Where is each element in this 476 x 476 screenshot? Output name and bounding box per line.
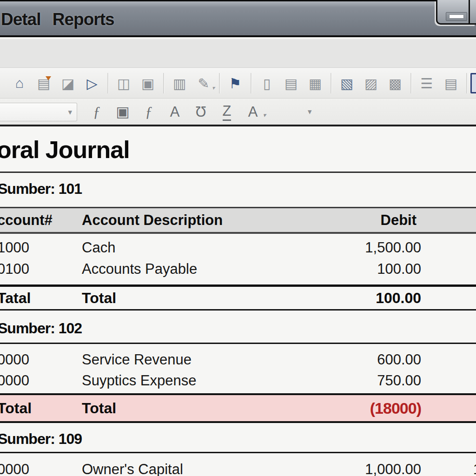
- debit-amount: 750.00: [377, 372, 421, 389]
- account-description: Cach: [82, 239, 115, 256]
- total-debit-amount-negative: (18000): [370, 399, 421, 417]
- script-f-icon[interactable]: ƒ: [84, 102, 110, 122]
- table-row: 0000 Owner's Capital 1,000.00 1: [0, 458, 476, 476]
- merge-report-icon[interactable]: ▩: [383, 73, 407, 94]
- export-icon[interactable]: ◪: [56, 73, 80, 94]
- total-label: Total: [82, 290, 116, 307]
- table-row: 0000 Service Revenue 600.00: [0, 349, 476, 370]
- toolbar-separator: [331, 73, 331, 93]
- image-page-icon[interactable]: ▧: [335, 73, 359, 94]
- grid-window-icon[interactable]: ▦: [303, 73, 327, 94]
- format-icon-group: ƒ ▣ ƒ A Ʊ Z A ▾: [84, 102, 266, 122]
- divider: [0, 343, 476, 344]
- print-icon[interactable]: ▤: [32, 73, 56, 94]
- case-icon[interactable]: Ʊ: [188, 102, 214, 122]
- toolbar-separator: [219, 73, 220, 93]
- account-number: 0000: [0, 351, 29, 368]
- toolbar-separator: [410, 73, 411, 93]
- journal-number-label: Sumber: 109: [0, 430, 82, 448]
- total-label: Total: [0, 400, 32, 417]
- toolbar-separator: [251, 73, 251, 93]
- minimize-button[interactable]: [446, 12, 467, 21]
- total-label: Total: [82, 400, 116, 417]
- account-number: 0000: [0, 461, 29, 476]
- table-row: 0000 Suyptics Expense 750.00: [0, 370, 476, 391]
- debit-amount: 1,500.00: [365, 239, 421, 256]
- window-controls-divider: [469, 0, 470, 23]
- total-row-negative: Total Total (18000): [0, 393, 476, 423]
- main-toolbar: ⌂ ▤ ◪ ▷ ◫ ▣ ▥ ✎ ▾ ⚑ ▯ ▤ ▦ ▧ ▨ ▩ ☰: [0, 68, 476, 99]
- underline-icon[interactable]: Z: [214, 102, 240, 122]
- journal-number-label: Sumber: 102: [0, 320, 82, 337]
- col-header-account: ccount#: [0, 212, 53, 229]
- picture-icon[interactable]: ▦: [470, 73, 476, 93]
- journal-number-label: Sumber: 101: [0, 180, 82, 198]
- function-icon[interactable]: ƒ: [136, 102, 162, 122]
- debit-amount: 1,000.00: [365, 461, 421, 476]
- run-report-icon[interactable]: ▷: [80, 73, 104, 94]
- table-header-row: ccount# Account Description Debit: [0, 207, 476, 234]
- printer-setup-icon[interactable]: ▥: [167, 73, 192, 94]
- new-page-icon[interactable]: ▯: [255, 73, 279, 94]
- account-number: 0100: [0, 261, 29, 278]
- menu-bar: [0, 39, 476, 68]
- table-row: 1000 Cach 1,500.00: [0, 237, 476, 258]
- total-label: Tatal: [0, 290, 31, 307]
- col-header-debit: Debit: [381, 212, 417, 229]
- window-titlebar: Detal Reports: [0, 0, 476, 37]
- chevron-down-icon[interactable]: ▾: [308, 107, 312, 117]
- list-icon[interactable]: ☰: [415, 73, 439, 94]
- font-color-icon[interactable]: A ▾: [240, 102, 266, 122]
- window-title: Detal Reports: [1, 10, 114, 29]
- format-toolbar: ▾ ƒ ▣ ƒ A Ʊ Z A ▾ ▾: [0, 99, 476, 126]
- copy-page-icon[interactable]: ▤: [279, 73, 303, 94]
- account-description: Service Revenue: [82, 351, 192, 368]
- package-icon[interactable]: ▣: [136, 73, 160, 94]
- toolbar-separator: [163, 73, 164, 93]
- window-controls: [436, 0, 476, 25]
- toolbar-separator: [466, 73, 467, 93]
- debit-amount: 600.00: [377, 351, 421, 368]
- report-canvas: oral Journal Sumber: 101 ccount# Account…: [0, 128, 476, 476]
- home-icon[interactable]: ⌂: [7, 73, 32, 94]
- toolbar-separator: [107, 73, 108, 93]
- table-row: 0100 Accounts Payable 100.00: [0, 258, 476, 280]
- chevron-down-icon[interactable]: ▾: [68, 107, 72, 117]
- debit-amount: 100.00: [377, 261, 421, 278]
- flag-icon[interactable]: ⚑: [223, 73, 247, 94]
- paste-format-icon[interactable]: ▣: [110, 102, 136, 122]
- account-number: 1000: [0, 239, 29, 256]
- account-description: Accounts Payable: [82, 261, 197, 278]
- font-icon[interactable]: A: [162, 102, 188, 122]
- sign-icon[interactable]: ✎ ▾: [192, 73, 216, 94]
- doc-export-icon[interactable]: ▤: [439, 73, 463, 94]
- report-title: oral Journal: [0, 136, 130, 164]
- account-description: Suyptics Expense: [82, 372, 196, 389]
- font-combo[interactable]: ▾: [0, 103, 77, 121]
- col-header-description: Account Description: [82, 212, 223, 229]
- divider: [0, 172, 476, 173]
- minimize-icon: [449, 14, 464, 19]
- total-debit-amount: 100.00: [376, 290, 421, 307]
- divider: [0, 452, 476, 453]
- columns-icon[interactable]: ◫: [112, 73, 136, 94]
- account-number: 0000: [0, 372, 29, 389]
- account-description: Owner's Capital: [82, 461, 183, 476]
- total-row: Tatal Total 100.00: [0, 284, 476, 311]
- send-report-icon[interactable]: ▨: [359, 73, 383, 94]
- credit-amount-partial: 1: [473, 461, 476, 476]
